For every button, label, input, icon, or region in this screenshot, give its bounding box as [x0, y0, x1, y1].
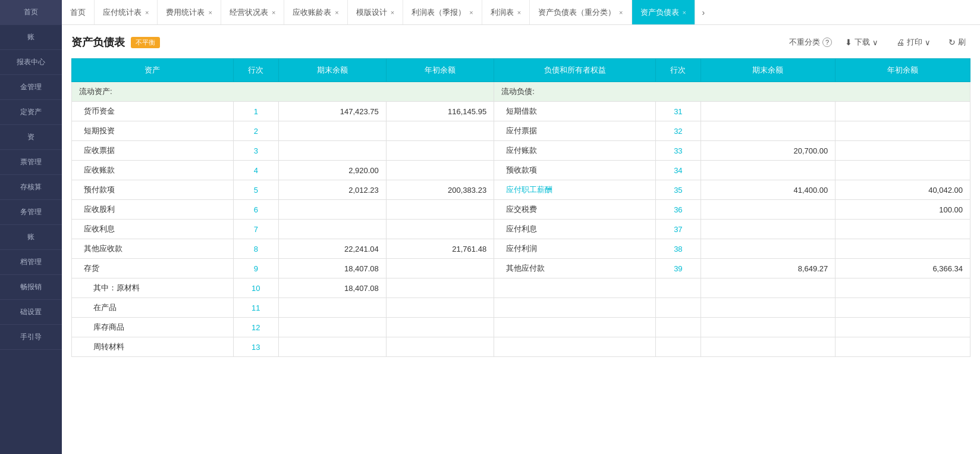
tab-close-balance-reclassified[interactable]: × — [619, 9, 623, 16]
end-balance2 — [701, 102, 835, 121]
year-balance2: 100.00 — [835, 200, 970, 220]
sidebar-item-report-center[interactable]: 报表中心 — [0, 50, 62, 75]
asset-label: 短期投资 — [72, 121, 234, 141]
unbalanced-badge: 不平衡 — [131, 37, 160, 48]
end-balance — [278, 337, 386, 357]
table-row: 应收股利 6 应交税费 36 100.00 — [72, 200, 970, 220]
row-num: 11 — [233, 298, 278, 318]
sidebar-item-inventory-calc[interactable]: 存核算 — [0, 175, 62, 200]
tab-bar: 首页 应付统计表 × 费用统计表 × 经营状况表 × 应收账龄表 × 模版设计 … — [62, 0, 980, 25]
row-num2: 35 — [656, 180, 701, 200]
sidebar-item-expense-report[interactable]: 畅报销 — [0, 275, 62, 300]
liability-label: 应付利润 — [494, 239, 656, 259]
asset-label: 存货 — [72, 259, 234, 278]
sidebar-item-archive-mgmt[interactable]: 档管理 — [0, 250, 62, 275]
tab-nav-right[interactable]: › — [695, 0, 712, 25]
end-balance: 2,012.23 — [278, 180, 386, 200]
asset-label: 应收股利 — [72, 200, 234, 220]
end-balance: 18,407.08 — [278, 259, 386, 278]
year-balance2 — [835, 161, 970, 180]
tab-close-payable-stat[interactable]: × — [145, 9, 149, 16]
tab-close-profit-quarterly[interactable]: × — [469, 9, 473, 16]
sidebar-item-accounts[interactable]: 账 — [0, 225, 62, 250]
row-num: 8 — [233, 239, 278, 259]
tab-expense-stat[interactable]: 费用统计表 × — [158, 0, 221, 25]
help-icon[interactable]: ? — [822, 37, 832, 47]
row-num: 4 — [233, 161, 278, 180]
end-balance2 — [701, 278, 835, 298]
end-balance2 — [701, 200, 835, 220]
row-num2: 33 — [656, 141, 701, 161]
year-balance2 — [835, 220, 970, 239]
year-balance — [386, 318, 494, 337]
sidebar-item-ticket-mgmt[interactable]: 票管理 — [0, 150, 62, 175]
sidebar-item-affairs-mgmt[interactable]: 务管理 — [0, 200, 62, 225]
end-balance2 — [701, 220, 835, 239]
end-balance2: 41,400.00 — [701, 180, 835, 200]
sidebar-item-investment[interactable]: 资 — [0, 125, 62, 150]
year-balance2 — [835, 318, 970, 337]
tab-close-operating-status[interactable]: × — [272, 9, 275, 16]
tab-close-template-design[interactable]: × — [391, 9, 394, 16]
tab-home[interactable]: 首页 — [62, 0, 95, 25]
tab-close-receivable-aging[interactable]: × — [335, 9, 338, 16]
sidebar-item-account[interactable]: 账 — [0, 25, 62, 50]
row-num: 12 — [233, 318, 278, 337]
asset-label: 库存商品 — [72, 318, 234, 337]
asset-label: 应收票据 — [72, 141, 234, 161]
sidebar-item-home[interactable]: 首页 — [0, 0, 62, 25]
table-row: 预付款项 5 2,012.23 200,383.23 应付职工薪酬 35 41,… — [72, 180, 970, 200]
year-balance: 21,761.48 — [386, 239, 494, 259]
tab-balance-sheet[interactable]: 资产负债表 × — [632, 0, 695, 25]
download-button[interactable]: ⬇ 下载 ∨ — [840, 35, 883, 50]
row-num: 1 — [233, 102, 278, 121]
end-balance2 — [701, 318, 835, 337]
table-row: 其他应收款 8 22,241.04 21,761.48 应付利润 38 — [72, 239, 970, 259]
year-balance — [386, 278, 494, 298]
row-num2: 38 — [656, 239, 701, 259]
asset-label: 其他应收款 — [72, 239, 234, 259]
row-num: 13 — [233, 337, 278, 357]
sidebar-item-fund-mgmt[interactable]: 金管理 — [0, 75, 62, 100]
year-balance2 — [835, 121, 970, 141]
print-button[interactable]: 🖨 打印 ∨ — [891, 35, 935, 50]
row-num: 7 — [233, 220, 278, 239]
row-num: 5 — [233, 180, 278, 200]
tab-profit-quarterly[interactable]: 利润表（季报） × — [403, 0, 482, 25]
year-balance2: 6,366.34 — [835, 259, 970, 278]
header-actions: 不重分类 ? ⬇ 下载 ∨ 🖨 打印 ∨ ↻ 刷 — [789, 35, 970, 50]
year-balance2 — [835, 239, 970, 259]
tab-close-balance-sheet[interactable]: × — [683, 9, 686, 16]
download-icon: ⬇ — [845, 37, 852, 47]
liability-label: 应付账款 — [494, 141, 656, 161]
liability-label: 短期借款 — [494, 102, 656, 121]
sidebar-item-fixed-assets[interactable]: 定资产 — [0, 100, 62, 125]
liability-label — [494, 298, 656, 318]
section-left-label: 流动资产: — [72, 82, 494, 102]
no-reclassify-option[interactable]: 不重分类 ? — [789, 37, 832, 48]
end-balance2 — [701, 239, 835, 259]
tab-close-profit[interactable]: × — [517, 9, 521, 16]
table-row: 应收票据 3 应付账款 33 20,700.00 — [72, 141, 970, 161]
tab-balance-reclassified[interactable]: 资产负债表（重分类） × — [530, 0, 632, 25]
sidebar-item-basic-settings[interactable]: 础设置 — [0, 300, 62, 325]
row-num2: 36 — [656, 200, 701, 220]
tab-receivable-aging[interactable]: 应收账龄表 × — [284, 0, 347, 25]
refresh-button[interactable]: ↻ 刷 — [944, 35, 970, 50]
tab-close-expense-stat[interactable]: × — [208, 9, 212, 16]
table-row: 周转材料 13 — [72, 337, 970, 357]
tab-template-design[interactable]: 模版设计 × — [348, 0, 403, 25]
liability-label: 应付职工薪酬 — [494, 180, 656, 200]
end-balance2 — [701, 161, 835, 180]
end-balance — [278, 220, 386, 239]
end-balance2 — [701, 337, 835, 357]
page-title: 资产负债表 — [71, 35, 125, 49]
year-balance — [386, 298, 494, 318]
table-row: 短期投资 2 应付票据 32 — [72, 121, 970, 141]
table-row: 存货 9 18,407.08 其他应付款 39 8,649.27 6,366.3… — [72, 259, 970, 278]
tab-operating-status[interactable]: 经营状况表 × — [221, 0, 284, 25]
tab-payable-stat[interactable]: 应付统计表 × — [95, 0, 158, 25]
sidebar-item-guide[interactable]: 手引导 — [0, 325, 62, 350]
tab-profit[interactable]: 利润表 × — [482, 0, 530, 25]
end-balance — [278, 121, 386, 141]
